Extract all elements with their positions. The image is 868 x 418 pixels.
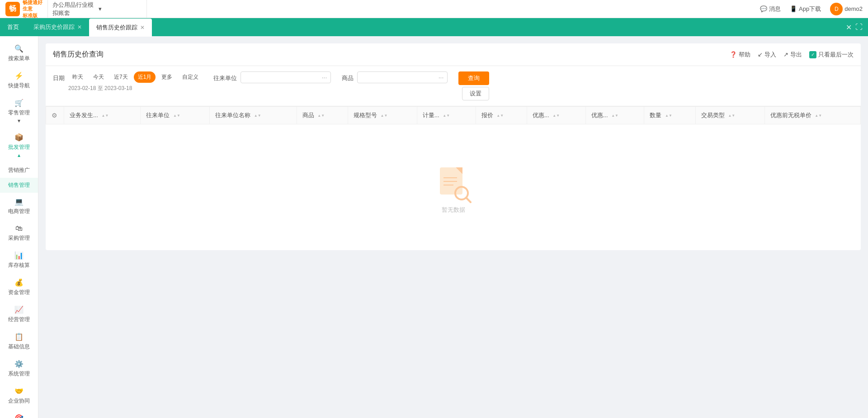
sort-icon-price: ▲▼	[496, 114, 504, 118]
download-button[interactable]: 📱 App下载	[790, 5, 821, 13]
sidebar-item-operation[interactable]: 📈 经营管理	[0, 301, 38, 328]
table-body: 暂无数据	[46, 124, 861, 251]
partner-input[interactable]	[245, 74, 321, 81]
dropdown-icon: ▾	[99, 5, 142, 12]
logo-area: 畅 畅捷通好生意 标准版	[5, 0, 44, 19]
product-input[interactable]	[361, 74, 438, 81]
date-btn-7days[interactable]: 近7天	[110, 71, 132, 83]
import-button[interactable]: ↙ 导入	[758, 51, 776, 59]
message-button[interactable]: 💬 消息	[760, 5, 781, 13]
top-bar: 畅 畅捷通好生意 标准版 办公用品行业模拟账套 ▾ 💬 消息 📱 App下载 D…	[0, 0, 868, 18]
message-icon: 💬	[760, 5, 767, 12]
top-right: 💬 消息 📱 App下载 D demo2	[760, 3, 863, 15]
sort-icon-pretax-price: ▲▼	[815, 114, 822, 118]
logo-text: 畅捷通好生意 标准版	[23, 0, 44, 19]
date-btn-more[interactable]: 更多	[157, 71, 176, 83]
product-picker-icon[interactable]: ···	[439, 74, 444, 81]
sort-icon-quantity: ▲▼	[665, 114, 672, 118]
tab-close-purchase[interactable]: ✕	[77, 24, 82, 30]
sidebar-item-search-menu[interactable]: 🔍 搜索菜单	[0, 40, 38, 67]
sidebar-item-sales-mgmt[interactable]: 销售管理	[0, 178, 38, 193]
date-btn-1month[interactable]: 近1月	[134, 71, 156, 83]
only-last-toggle[interactable]: ✓ 只看最后一次	[809, 51, 854, 59]
sidebar-item-wholesale[interactable]: 📦 批发管理 ▴	[0, 128, 38, 163]
svg-line-7	[466, 198, 471, 202]
th-trade-type[interactable]: 交易类型 ▲▼	[695, 107, 764, 124]
data-table: ⚙ 业务发生... ▲▼ 往来单位 ▲▼ 往来单位名称 ▲▼	[46, 106, 861, 250]
sidebar-item-purchase[interactable]: 🛍 采购管理	[0, 220, 38, 247]
sort-icon-date: ▲▼	[101, 114, 108, 118]
sidebar-item-system[interactable]: ⚙️ 系统管理	[0, 355, 38, 382]
page-title: 销售历史价查询	[53, 50, 104, 59]
th-unit[interactable]: 计量... ▲▼	[417, 107, 476, 124]
sidebar-item-basics[interactable]: 📋 基础信息	[0, 328, 38, 355]
date-btn-today[interactable]: 今天	[89, 71, 108, 83]
tab-bar-actions: ✕ ⛶	[846, 23, 868, 32]
sort-icon-spec: ▲▼	[381, 114, 388, 118]
setting-button[interactable]: 设置	[462, 87, 489, 100]
wholesale-expand-icon: ▴	[18, 152, 20, 158]
user-menu[interactable]: D demo2	[830, 3, 863, 15]
tab-close-sales[interactable]: ✕	[140, 24, 145, 31]
date-options: 昨天 今天 近7天 近1月 更多 自定义	[68, 71, 203, 83]
th-quantity[interactable]: 数量 ▲▼	[644, 107, 695, 124]
tab-sales-history[interactable]: 销售历史价跟踪 ✕	[89, 19, 152, 37]
date-btn-custom[interactable]: 自定义	[178, 71, 203, 83]
th-date[interactable]: 业务发生... ▲▼	[64, 107, 141, 124]
th-pretax-price[interactable]: 优惠前无税单价 ▲▼	[764, 107, 860, 124]
th-partner-name[interactable]: 往来单位名称 ▲▼	[210, 107, 297, 124]
sidebar-item-inventory[interactable]: 📊 库存核算	[0, 247, 38, 274]
enterprise-icon: 🤝	[14, 387, 24, 395]
tab-home[interactable]: 首页	[0, 18, 26, 36]
partner-picker-icon[interactable]: ···	[322, 74, 327, 81]
sidebar-item-enterprise[interactable]: 🤝 企业协同	[0, 382, 38, 409]
empty-state-row: 暂无数据	[46, 124, 861, 251]
table-wrap: ⚙ 业务发生... ▲▼ 往来单位 ▲▼ 往来单位名称 ▲▼	[46, 106, 861, 250]
th-discount2[interactable]: 优惠... ▲▼	[585, 107, 644, 124]
close-all-tabs-button[interactable]: ✕	[846, 23, 852, 32]
th-partner-code[interactable]: 往来单位 ▲▼	[141, 107, 210, 124]
tab-purchase-history[interactable]: 采购历史价跟踪 ✕	[26, 18, 89, 36]
date-range-display: 2023-02-18 至 2023-03-18	[68, 85, 203, 92]
th-settings: ⚙	[46, 107, 64, 124]
export-button[interactable]: ↗ 导出	[783, 51, 802, 59]
wholesale-icon: 📦	[14, 133, 24, 142]
th-discount1[interactable]: 优惠... ▲▼	[527, 107, 585, 124]
sidebar: 🔍 搜索菜单 ⚡ 快捷导航 🛒 零售管理 ▾ 📦 批发管理 ▴ 营销推广 销售管…	[0, 36, 38, 418]
export-icon: ↗	[783, 51, 788, 58]
filter-bar: 日期 昨天 今天 近7天 近1月 更多 自定义 2023-02-18 至 202…	[46, 66, 861, 106]
partner-input-wrap[interactable]: ···	[241, 71, 331, 83]
th-spec[interactable]: 规格型号 ▲▼	[348, 107, 417, 124]
date-btn-yesterday[interactable]: 昨天	[68, 71, 87, 83]
retail-icon: 🛒	[14, 99, 24, 107]
guide-icon: 🎯	[14, 414, 24, 418]
fullscreen-button[interactable]: ⛶	[855, 23, 863, 31]
product-filter-label: 商品	[342, 71, 354, 82]
sidebar-item-marketing[interactable]: 营销推广	[0, 163, 38, 178]
th-product[interactable]: 商品 ▲▼	[297, 107, 348, 124]
sort-icon-unit: ▲▼	[443, 114, 450, 118]
only-last-checkbox[interactable]: ✓	[809, 51, 816, 58]
sidebar-item-finance[interactable]: 💰 资金管理	[0, 274, 38, 301]
basics-icon: 📋	[14, 332, 24, 341]
th-price[interactable]: 报价 ▲▼	[476, 107, 527, 124]
sidebar-item-guide[interactable]: 🎯 新手引导	[0, 409, 38, 418]
sort-icon-partner-code: ▲▼	[173, 114, 180, 118]
help-button[interactable]: ❓ 帮助	[730, 51, 750, 59]
purchase-icon: 🛍	[15, 224, 23, 233]
system-icon: ⚙️	[14, 360, 24, 368]
action-buttons: 查询 设置	[458, 71, 489, 100]
retail-expand-icon: ▾	[18, 118, 20, 124]
page-actions: ❓ 帮助 ↙ 导入 ↗ 导出 ✓ 只看最后一次	[730, 51, 854, 59]
sidebar-item-ecommerce[interactable]: 💻 电商管理	[0, 193, 38, 220]
sidebar-item-retail[interactable]: 🛒 零售管理 ▾	[0, 94, 38, 128]
column-settings-icon[interactable]: ⚙	[52, 112, 57, 119]
product-input-wrap[interactable]: ···	[357, 71, 448, 83]
page-title-bar: 销售历史价查询 ❓ 帮助 ↙ 导入 ↗ 导出 ✓ 只看最后一次	[46, 43, 861, 66]
sort-icon-trade-type: ▲▼	[728, 114, 735, 118]
date-filter-group: 日期 昨天 今天 近7天 近1月 更多 自定义 2023-02-18 至 202…	[53, 71, 203, 92]
query-button[interactable]: 查询	[458, 71, 489, 85]
app-selector[interactable]: 办公用品行业模拟账套 ▾	[47, 0, 147, 19]
sidebar-item-quick-nav[interactable]: ⚡ 快捷导航	[0, 67, 38, 94]
partner-filter-group: 往来单位 ···	[213, 71, 331, 83]
